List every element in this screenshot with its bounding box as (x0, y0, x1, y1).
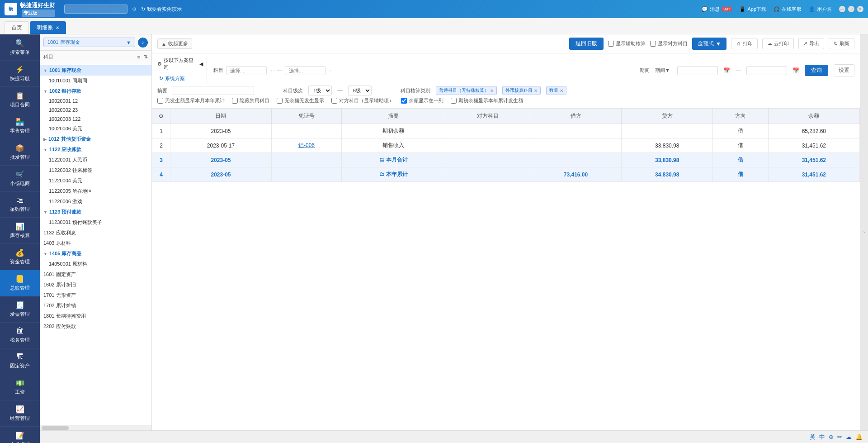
tree-item-1702[interactable]: 1702 累计摊销 (40, 300, 151, 311)
show-contra-check[interactable]: 显示对方科目 (650, 40, 688, 47)
period-start-input[interactable]: 2023-05 (677, 66, 718, 75)
period-end-input[interactable]: 2023-05 (746, 66, 787, 75)
sidebar-item-ecommerce[interactable]: 🛒 小畅电商 (0, 166, 40, 192)
aux-checkbox[interactable] (608, 41, 614, 47)
tree-item-11220002[interactable]: 11220002 往来标签 (40, 165, 151, 176)
tree-item-11220001[interactable]: 11220001 人民币 (40, 155, 151, 165)
tree-item-1122[interactable]: ▼ 1122 应收账款 (40, 144, 151, 155)
checkbox-opening[interactable] (451, 98, 457, 104)
export-btn[interactable]: ↗ 导出 (798, 38, 824, 49)
print-btn[interactable]: 🖨 打印 (731, 38, 758, 49)
tree-item-11220005[interactable]: 11220005 所在地区 (40, 186, 151, 196)
sidebar-item-expense[interactable]: 📝 小畅报销 (0, 427, 40, 443)
level-from-select[interactable]: 1级 (308, 86, 332, 95)
notification-icon[interactable]: 🔔 (855, 433, 863, 440)
sidebar-item-purchase[interactable]: 🛍 采购管理 (0, 192, 40, 218)
tree-item-1701[interactable]: 1701 无形资产 (40, 290, 151, 300)
sidebar-item-quicknav[interactable]: ⚡ 快捷导航 (0, 61, 40, 87)
lang-btn[interactable]: 中 (819, 433, 825, 441)
refresh-btn[interactable]: ↻ 刷新 (829, 38, 854, 49)
check-no-balance[interactable]: 无余额无发生显示 (277, 97, 324, 104)
sidebar-item-wholesale[interactable]: 📦 批发管理 (0, 139, 40, 166)
window-maximize-btn[interactable]: □ (848, 6, 854, 12)
tree-item-10020003[interactable]: 10020003 122 (40, 114, 151, 124)
subject-end-input[interactable] (285, 66, 326, 75)
sidebar-item-retail[interactable]: 🏪 零售管理 (0, 113, 40, 139)
sidebar-item-search[interactable]: 🔍 搜索菜单 (0, 34, 40, 61)
check-hide-disabled[interactable]: 隐藏禁用科目 (232, 97, 269, 104)
settings-icon-query[interactable]: ⚙ (157, 61, 162, 67)
top-search-input[interactable] (64, 5, 127, 14)
settings-btn[interactable]: 设置 (834, 64, 854, 76)
return-old-btn[interactable]: 退回旧版 (569, 38, 604, 50)
sidebar-item-inventory[interactable]: 📊 库存核算 (0, 218, 40, 244)
edit-icon[interactable]: ✏ (837, 433, 842, 440)
checkbox-hide-disabled[interactable] (232, 98, 238, 104)
tree-item-10010001[interactable]: 10010001 同期同 (40, 76, 151, 86)
tree-item-10020002[interactable]: 10020002 23 (40, 105, 151, 114)
tree-item-2202[interactable]: 2202 应付账款 (40, 321, 151, 332)
calendar-start-icon[interactable]: 📅 (723, 67, 730, 74)
tree-sort-icon[interactable]: ≡ (137, 54, 140, 60)
sidebar-item-ledger[interactable]: 📒 总账管理 (0, 270, 40, 296)
tree-item-11230001[interactable]: 11230001 预付账款美子 (40, 217, 151, 228)
tree-item-14050001[interactable]: 14050001 原材料 (40, 259, 151, 269)
check-balance-one-col[interactable]: 余额显示在一列 (401, 97, 443, 104)
cloud-print-btn[interactable]: ☁ 云打印 (762, 38, 794, 49)
sidebar-item-salary[interactable]: 💵 工资 (0, 374, 40, 400)
cloud-sync-icon[interactable]: ☁ (846, 433, 852, 440)
checkbox-no-amount[interactable] (157, 98, 163, 104)
checkbox-contra[interactable] (331, 98, 337, 104)
query-btn[interactable]: 查询 (805, 65, 828, 76)
window-minimize-btn[interactable]: — (839, 6, 845, 12)
app-download-btn[interactable]: 📱 App下载 (739, 6, 766, 13)
window-close-btn[interactable]: ✕ (857, 6, 863, 12)
tree-item-1602[interactable]: 1602 累计折旧 (40, 280, 151, 290)
tree-item-10020006[interactable]: 10020006 美元 (40, 124, 151, 134)
add-btn[interactable]: ⊕ (829, 433, 834, 440)
tree-item-1123[interactable]: ▼ 1123 预付账款 (40, 207, 151, 217)
message-btn[interactable]: 💬 消息 99+ (702, 6, 732, 13)
tree-item-1132[interactable]: 1132 应收利息 (40, 228, 151, 238)
tab-home[interactable]: 首页 (5, 21, 29, 34)
sidebar-item-invoice[interactable]: 🧾 发票管理 (0, 296, 40, 323)
online-service-btn[interactable]: 🎧 在线客服 (774, 6, 802, 13)
show-aux-check[interactable]: 显示辅助核算 (608, 40, 646, 47)
summary-input[interactable] (173, 86, 254, 95)
query-system-method[interactable]: ↻ 系统方案 (157, 73, 203, 84)
tree-expand-icon[interactable]: ⇅ (144, 54, 148, 60)
collapse-query-icon[interactable]: ◀ (199, 61, 203, 67)
tag-remove-foreign[interactable]: ✕ (534, 88, 538, 93)
tab-detail[interactable]: 明细账 ✕ (30, 21, 66, 34)
account-selector[interactable]: 1001 库存现金 ▼ (43, 38, 135, 47)
collapse-more-btn[interactable]: ▲ 收起更多 (157, 38, 192, 49)
subject-input[interactable] (226, 66, 267, 75)
checkbox-no-balance[interactable] (277, 98, 283, 104)
user-avatar-btn[interactable]: 👤 用户名 (809, 6, 832, 13)
tree-item-11220006[interactable]: 11220006 游戏 (40, 196, 151, 207)
check-no-amount[interactable]: 无发生额显示本月本年累计 (157, 97, 225, 104)
translate-btn[interactable]: 英 (810, 433, 816, 441)
sidebar-item-operations[interactable]: 📈 经营管理 (0, 400, 40, 427)
demo-link[interactable]: ↻ 我要看实例演示 (141, 6, 182, 13)
voucher-link[interactable]: 记-006 (298, 142, 315, 148)
tree-item-1405[interactable]: ▼ 1405 库存商品 (40, 248, 151, 259)
sidebar-item-tax[interactable]: 🏛 税务管理 (0, 323, 40, 348)
sidebar-item-assets[interactable]: 🏗 固定资产 (0, 348, 40, 374)
amount-format-btn[interactable]: 金额式 ▼ (692, 38, 726, 50)
tree-item-1403[interactable]: 1403 原材料 (40, 238, 151, 248)
tree-item-1001[interactable]: ▼ 1001 库存现金 (40, 65, 151, 76)
tab-close-icon[interactable]: ✕ (56, 25, 59, 30)
left-panel-scrollbar[interactable] (40, 425, 151, 430)
tag-remove-quantity[interactable]: ✕ (560, 88, 563, 93)
gear-icon[interactable]: ⚙ (159, 113, 164, 119)
check-opening[interactable]: 期初余额显示本年累计发生额 (451, 97, 523, 104)
tree-item-11220004[interactable]: 11220004 美元 (40, 176, 151, 186)
settings-icon[interactable]: ⚙ (132, 6, 137, 12)
account-next-btn[interactable]: › (138, 38, 148, 48)
checkbox-balance-one-col[interactable] (401, 98, 407, 104)
contra-checkbox[interactable] (650, 41, 656, 47)
tree-item-1012[interactable]: ▶ 1012 其他货币资金 (40, 134, 151, 144)
sidebar-item-cashflow[interactable]: 💰 资金管理 (0, 244, 40, 270)
sidebar-item-contract[interactable]: 📋 项目合同 (0, 87, 40, 113)
